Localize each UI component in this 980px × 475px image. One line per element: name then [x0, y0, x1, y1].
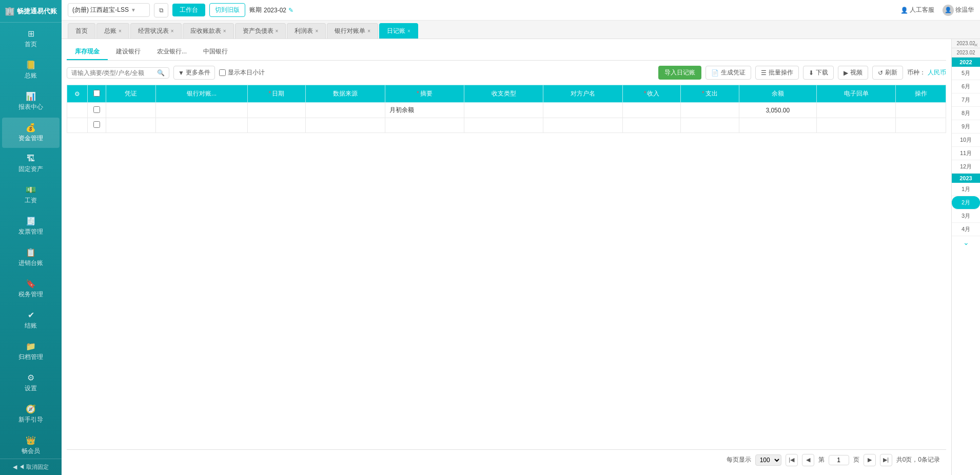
search-input[interactable] [71, 69, 155, 77]
period-edit-icon[interactable]: ✎ [288, 7, 293, 14]
tab-diary-close[interactable]: × [407, 28, 410, 34]
settle-icon: ✔ [28, 310, 34, 320]
month-2022-5[interactable]: 5月 [952, 67, 980, 80]
month-2023-1[interactable]: 1月 [952, 183, 980, 196]
month-2022-10[interactable]: 10月 [952, 134, 980, 147]
user-profile-btn[interactable]: 👤 徐温华 [943, 5, 974, 16]
show-daily-text: 显示本日小计 [228, 68, 265, 77]
sidebar-item-member[interactable]: 👑 畅会员 [2, 430, 60, 459]
page-number-input[interactable] [829, 455, 849, 465]
settings-icon: ⚙ [27, 373, 34, 383]
page-size-select[interactable]: 2050100200 [755, 454, 781, 466]
tab-home[interactable]: 首页 [68, 23, 95, 39]
tab-assets-close[interactable]: × [276, 28, 279, 34]
toolbar-right: 导入日记账 📄 生成凭证 ☰ 批量操作 ⬇ 下载 ▶ [658, 66, 946, 80]
last-page-btn[interactable]: ▶| [880, 454, 892, 466]
month-2022-7[interactable]: 7月 [952, 93, 980, 107]
month-2022-11[interactable]: 11月 [952, 147, 980, 160]
next-page-btn[interactable]: ▶ [864, 454, 876, 466]
sidebar-item-tax[interactable]: 🔖 税务管理 [2, 274, 60, 304]
tab-profit-close[interactable]: × [315, 28, 318, 34]
sidebar-item-home[interactable]: ⊞ 首页 [2, 24, 60, 54]
row-action-0 [896, 103, 946, 118]
toolbar: 🔍 ▼ 更多条件 显示本日小计 导入日记账 📄 生成凭证 [67, 66, 946, 80]
top-bar-right: 👤 人工客服 👤 徐温华 [900, 5, 974, 16]
row-select-0[interactable] [93, 106, 100, 113]
total-records-label: 共0页，0条记录 [896, 455, 940, 464]
video-button[interactable]: ▶ 视频 [838, 66, 868, 80]
sidebar-item-assets[interactable]: 🏗 固定资产 [2, 149, 60, 179]
row-expense-0 [681, 103, 739, 118]
row-balance-1 [739, 118, 816, 133]
sidebar-item-guide[interactable]: 🧭 新手引导 [2, 399, 60, 429]
month-2022-6[interactable]: 6月 [952, 80, 980, 93]
sidebar-item-invoice[interactable]: 🧾 发票管理 [2, 211, 60, 241]
currency-value[interactable]: 人民币 [928, 68, 946, 77]
month-2023-2[interactable]: 2月 [952, 196, 980, 210]
tab-receivable[interactable]: 应收账款表 × [183, 23, 234, 39]
tax-icon: 🔖 [26, 279, 36, 289]
batch-op-button[interactable]: ☰ 批量操作 [755, 66, 799, 80]
first-page-btn[interactable]: |◀ [786, 454, 798, 466]
prev-page-btn[interactable]: ◀ [802, 454, 814, 466]
tab-diary-label: 日记账 [387, 27, 405, 35]
customer-service-btn[interactable]: 👤 人工客服 [900, 6, 934, 14]
row-date-1 [247, 118, 305, 133]
sidebar-collapse-btn[interactable]: ◀ ◀ 取消固定 [0, 459, 62, 475]
sidebar-label-purchase: 进销台账 [18, 259, 43, 268]
col-income: 收入 [622, 85, 680, 103]
purchase-icon: 📋 [26, 248, 36, 257]
home-icon: ⊞ [28, 29, 34, 39]
side-panel-close-btn[interactable]: × [974, 41, 978, 49]
month-2022-9[interactable]: 9月 [952, 120, 980, 134]
company-selector[interactable]: (勿册) 江西超宝-LSS ▼ [68, 3, 150, 17]
bank-tab-ccb[interactable]: 建设银行 [108, 44, 149, 60]
bank-tab-boc[interactable]: 中国银行 [195, 44, 236, 60]
gen-voucher-button[interactable]: 📄 生成凭证 [705, 66, 751, 80]
sidebar-item-settle[interactable]: ✔ 结账 [2, 305, 60, 335]
import-button[interactable]: 导入日记账 [658, 66, 701, 80]
show-daily-checkbox[interactable] [219, 69, 226, 76]
tab-profit[interactable]: 利润表 × [287, 23, 326, 39]
table-row: 月初余额 3,050.00 [67, 103, 946, 118]
sidebar-item-purchase[interactable]: 📋 进销台账 [2, 242, 60, 273]
tab-bizstatus-close[interactable]: × [171, 28, 174, 34]
row-select-1[interactable] [93, 121, 100, 128]
bank-tab-cash[interactable]: 库存现金 [67, 44, 108, 60]
period-switch-button[interactable]: 切到旧版 [209, 3, 245, 17]
tab-bizstatus[interactable]: 经营状况表 × [130, 23, 182, 39]
workspace-button[interactable]: 工作台 [172, 4, 205, 16]
tab-bankbook[interactable]: 银行对账单 × [327, 23, 378, 39]
search-box[interactable]: 🔍 [67, 67, 169, 79]
month-2022-8[interactable]: 8月 [952, 107, 980, 120]
select-all-checkbox[interactable] [93, 90, 100, 97]
row-checkbox-0[interactable] [88, 103, 106, 118]
sidebar-item-archive[interactable]: 📁 归档管理 [2, 336, 60, 367]
month-2022-12[interactable]: 12月 [952, 160, 980, 174]
row-summary-0: 月初余额 [385, 103, 464, 118]
show-daily-label[interactable]: 显示本日小计 [219, 68, 265, 77]
sidebar-item-settings[interactable]: ⚙ 设置 [2, 368, 60, 398]
tab-ledger[interactable]: 总账 × [96, 23, 129, 39]
scroll-down-btn[interactable]: ⌄ [952, 236, 980, 249]
col-balance: 余额 [739, 85, 816, 103]
month-2023-3[interactable]: 3月 [952, 210, 980, 223]
row-ebill-1 [816, 118, 895, 133]
sidebar-item-reports[interactable]: 📊 报表中心 [2, 86, 60, 117]
tab-ledger-close[interactable]: × [119, 28, 122, 34]
month-2023-4[interactable]: 4月 [952, 223, 980, 236]
sidebar-item-salary[interactable]: 💵 工资 [2, 180, 60, 210]
copy-button[interactable]: ⧉ [154, 3, 168, 17]
bank-tab-abc[interactable]: 农业银行... [149, 44, 195, 60]
sidebar-item-capital[interactable]: 💰 资金管理 [2, 118, 60, 148]
tab-receivable-close[interactable]: × [223, 28, 226, 34]
search-icon[interactable]: 🔍 [157, 69, 165, 77]
tab-bankbook-close[interactable]: × [367, 28, 370, 34]
row-checkbox-1[interactable] [88, 118, 106, 133]
tab-diary[interactable]: 日记账 × [379, 23, 418, 39]
tab-assets[interactable]: 资产负债表 × [235, 23, 286, 39]
filter-button[interactable]: ▼ 更多条件 [173, 66, 215, 80]
refresh-button[interactable]: ↺ 刷新 [872, 66, 903, 80]
download-button[interactable]: ⬇ 下载 [803, 66, 834, 80]
sidebar-item-ledger[interactable]: 📒 总账 [2, 55, 60, 85]
